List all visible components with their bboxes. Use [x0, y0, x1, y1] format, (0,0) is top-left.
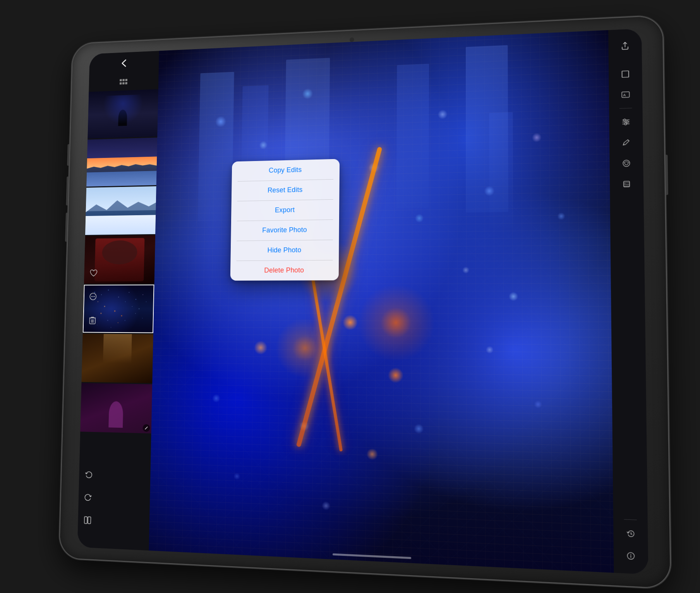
- svg-point-27: [625, 123, 626, 125]
- svg-rect-5: [125, 82, 127, 84]
- grid-view-icon[interactable]: [117, 77, 129, 87]
- svg-rect-3: [120, 82, 122, 85]
- compare-button[interactable]: [80, 511, 96, 529]
- volume-up-button[interactable]: [67, 144, 70, 166]
- undo-button[interactable]: [81, 466, 96, 483]
- tablet-screen: Copy Edits Reset Edits Export Favorite P…: [77, 29, 649, 574]
- building-detail: [396, 64, 429, 208]
- svg-rect-1: [122, 79, 125, 81]
- favorite-button[interactable]: [86, 265, 102, 281]
- building-detail: [489, 112, 513, 228]
- building-detail: [198, 72, 234, 221]
- delete-photo-menu-item[interactable]: Delete Photo: [230, 260, 339, 281]
- history-button[interactable]: [621, 524, 640, 544]
- comment-button[interactable]: [85, 288, 101, 305]
- context-menu: Copy Edits Reset Edits Export Favorite P…: [230, 159, 340, 281]
- svg-point-25: [624, 119, 626, 121]
- toolbar-separator-2: [624, 519, 637, 520]
- mask-tool-button[interactable]: [617, 154, 636, 172]
- camera-dot: [350, 37, 354, 42]
- back-button[interactable]: [117, 56, 131, 71]
- mute-button[interactable]: [65, 213, 68, 242]
- share-button[interactable]: [616, 37, 635, 55]
- svg-point-37: [630, 554, 631, 555]
- hide-photo-menu-item[interactable]: Hide Photo: [230, 240, 339, 261]
- layers-tool-button[interactable]: [617, 175, 636, 193]
- svg-point-26: [626, 121, 628, 123]
- svg-point-7: [91, 296, 92, 297]
- toolbar-top-group: A: [616, 65, 640, 515]
- svg-rect-2: [125, 79, 128, 81]
- photo-sidebar: [77, 51, 159, 550]
- info-button[interactable]: [621, 546, 640, 566]
- svg-text:A: A: [623, 93, 626, 97]
- redo-button[interactable]: [80, 489, 96, 506]
- svg-point-28: [623, 160, 630, 166]
- left-action-bar: [83, 261, 103, 332]
- power-button[interactable]: [665, 155, 668, 195]
- svg-rect-17: [622, 71, 629, 77]
- svg-point-8: [93, 296, 93, 297]
- crop-tool-button[interactable]: [616, 65, 635, 83]
- toolbar-bottom-group: [621, 524, 640, 566]
- svg-rect-4: [122, 82, 125, 84]
- sidebar-top-icons: [89, 55, 159, 92]
- volume-down-button[interactable]: [66, 177, 69, 206]
- reset-edits-menu-item[interactable]: Reset Edits: [232, 179, 340, 201]
- svg-rect-15: [84, 517, 88, 524]
- thumbnail-item[interactable]: [85, 186, 156, 235]
- thumbnail-item[interactable]: [80, 383, 152, 434]
- adjustment-tool-button[interactable]: A: [616, 86, 635, 104]
- svg-point-9: [94, 296, 95, 297]
- toolbar-separator: [619, 108, 632, 109]
- thumbnail-item[interactable]: [88, 89, 158, 139]
- tablet-device: Copy Edits Reset Edits Export Favorite P…: [60, 16, 671, 588]
- bottom-action-bar: [78, 463, 99, 533]
- delete-button[interactable]: [84, 312, 100, 328]
- pen-tool-button[interactable]: [617, 134, 635, 151]
- sliders-tool-button[interactable]: [617, 113, 635, 131]
- svg-rect-16: [88, 517, 91, 524]
- main-photo-area: Copy Edits Reset Edits Export Favorite P…: [149, 30, 614, 573]
- right-toolbar: A: [608, 29, 648, 574]
- copy-edits-menu-item[interactable]: Copy Edits: [232, 159, 340, 182]
- favorite-photo-menu-item[interactable]: Favorite Photo: [231, 219, 339, 241]
- city-photo: [149, 30, 614, 573]
- svg-rect-0: [120, 79, 122, 81]
- thumbnail-item[interactable]: [86, 137, 157, 187]
- export-menu-item[interactable]: Export: [231, 199, 339, 221]
- thumbnail-item[interactable]: [81, 334, 153, 383]
